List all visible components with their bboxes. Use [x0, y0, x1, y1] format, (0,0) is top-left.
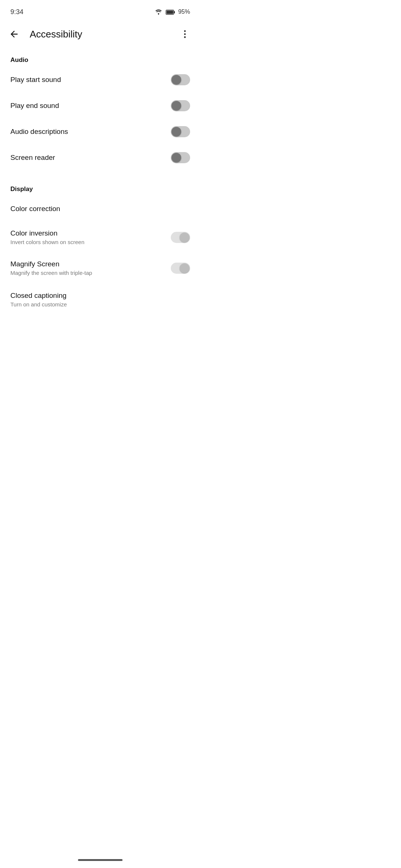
- status-icons: 95%: [154, 9, 190, 16]
- screen-reader-label: Screen reader: [10, 154, 55, 162]
- setting-row-play-end-sound[interactable]: Play end sound: [0, 93, 200, 119]
- svg-point-5: [184, 33, 186, 35]
- status-time: 9:34: [10, 8, 23, 16]
- setting-row-color-correction[interactable]: Color correction: [0, 196, 200, 222]
- toolbar: Accessibility: [0, 21, 200, 47]
- toggle-track: [171, 232, 190, 243]
- play-start-sound-toggle[interactable]: [171, 74, 190, 85]
- magnify-screen-subtitle: Magnify the screen with triple-tap: [10, 270, 92, 276]
- audio-descriptions-toggle[interactable]: [171, 126, 190, 137]
- color-correction-content: Color correction: [10, 205, 60, 213]
- color-correction-label: Color correction: [10, 205, 60, 213]
- wifi-icon: [154, 9, 163, 16]
- setting-row-play-start-sound[interactable]: Play start sound: [0, 67, 200, 93]
- setting-row-screen-reader[interactable]: Screen reader: [0, 145, 200, 171]
- setting-row-audio-descriptions[interactable]: Audio descriptions: [0, 119, 200, 145]
- page-title: Accessibility: [30, 29, 82, 40]
- color-inversion-content: Color inversion Invert colors shown on s…: [10, 229, 84, 245]
- play-start-sound-label: Play start sound: [10, 76, 61, 84]
- magnify-screen-toggle[interactable]: [171, 263, 190, 274]
- play-end-sound-label: Play end sound: [10, 102, 59, 110]
- battery-icon: [166, 9, 175, 15]
- play-end-sound-toggle[interactable]: [171, 100, 190, 111]
- closed-captioning-content: Closed captioning Turn on and customize: [10, 292, 67, 308]
- svg-rect-3: [166, 10, 173, 14]
- toggle-track: [171, 263, 190, 274]
- toggle-thumb: [180, 263, 189, 273]
- closed-captioning-subtitle: Turn on and customize: [10, 301, 67, 308]
- color-inversion-toggle[interactable]: [171, 232, 190, 243]
- toggle-thumb: [172, 127, 181, 137]
- toggle-thumb: [172, 153, 181, 162]
- magnify-screen-label: Magnify Screen: [10, 260, 92, 268]
- setting-row-magnify-screen[interactable]: Magnify Screen Magnify the screen with t…: [0, 253, 200, 283]
- toggle-thumb: [180, 233, 189, 242]
- svg-rect-2: [174, 11, 175, 13]
- toggle-thumb: [172, 101, 181, 111]
- color-inversion-subtitle: Invert colors shown on screen: [10, 239, 84, 245]
- play-start-sound-content: Play start sound: [10, 76, 61, 84]
- color-inversion-label: Color inversion: [10, 229, 84, 237]
- back-button[interactable]: [6, 26, 22, 42]
- setting-row-closed-captioning[interactable]: Closed captioning Turn on and customize: [0, 283, 200, 316]
- toggle-track: [171, 152, 190, 163]
- play-end-sound-content: Play end sound: [10, 102, 59, 110]
- section-header-display: Display: [0, 177, 200, 196]
- section-gap: [0, 171, 200, 177]
- screen-reader-toggle[interactable]: [171, 152, 190, 163]
- setting-row-color-inversion[interactable]: Color inversion Invert colors shown on s…: [0, 222, 200, 253]
- closed-captioning-label: Closed captioning: [10, 292, 67, 300]
- audio-descriptions-content: Audio descriptions: [10, 128, 68, 136]
- magnify-screen-content: Magnify Screen Magnify the screen with t…: [10, 260, 92, 276]
- audio-descriptions-label: Audio descriptions: [10, 128, 68, 136]
- toolbar-left: Accessibility: [6, 26, 82, 42]
- toggle-track: [171, 126, 190, 137]
- more-options-button[interactable]: [177, 26, 193, 42]
- status-bar: 9:34 95%: [0, 0, 200, 21]
- battery-percent: 95%: [178, 9, 190, 15]
- section-header-audio: Audio: [0, 47, 200, 67]
- toggle-thumb: [172, 75, 181, 85]
- toggle-track: [171, 74, 190, 85]
- svg-point-4: [184, 30, 186, 32]
- svg-point-0: [158, 14, 159, 15]
- toggle-track: [171, 100, 190, 111]
- screen-reader-content: Screen reader: [10, 154, 55, 162]
- svg-point-6: [184, 36, 186, 38]
